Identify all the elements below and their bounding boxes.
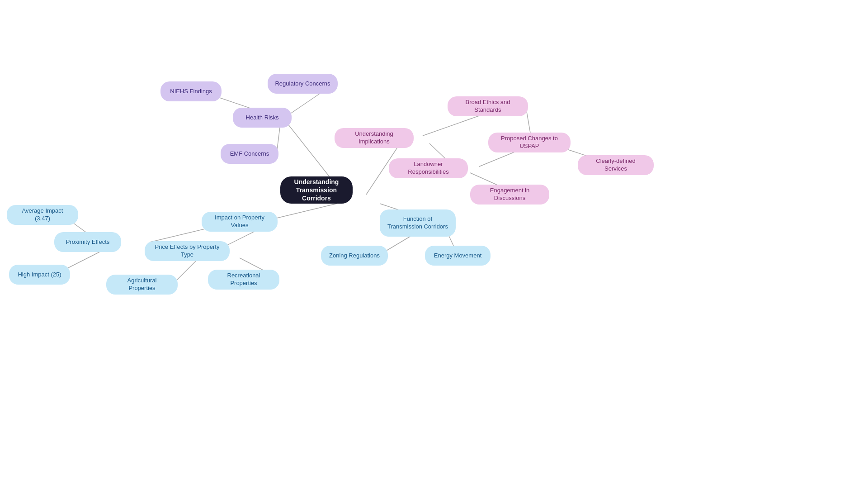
impact-property-values-node: Impact on Property Values — [202, 212, 278, 232]
average-impact-label: Average Impact (3.47) — [14, 207, 71, 223]
average-impact-node: Average Impact (3.47) — [7, 205, 78, 225]
understanding-implications-node: Understanding Implications — [335, 128, 414, 148]
broad-ethics-node: Broad Ethics and Standards — [448, 96, 528, 116]
function-transmission-node: Function of Transmission Corridors — [380, 209, 456, 237]
proposed-changes-node: Proposed Changes to USPAP — [488, 133, 571, 152]
center-node: Understanding Transmission Corridors — [280, 176, 353, 204]
understanding-implications-label: Understanding Implications — [342, 130, 406, 146]
regulatory-concerns-node: Regulatory Concerns — [268, 74, 338, 94]
zoning-regulations-node: Zoning Regulations — [321, 246, 388, 266]
impact-property-values-label: Impact on Property Values — [209, 214, 270, 229]
regulatory-concerns-label: Regulatory Concerns — [275, 80, 330, 88]
health-risks-node: Health Risks — [233, 108, 292, 128]
price-effects-label: Price Effects by Property Type — [152, 243, 222, 259]
engagement-discussions-label: Engagement in Discussions — [477, 187, 542, 202]
agricultural-properties-node: Agricultural Properties — [106, 275, 178, 295]
clearly-defined-node: Clearly-defined Services — [578, 155, 654, 175]
svg-line-4 — [275, 204, 337, 219]
health-risks-label: Health Risks — [246, 114, 279, 122]
high-impact-node: High Impact (25) — [9, 265, 70, 285]
recreational-properties-label: Recreational Properties — [215, 272, 272, 287]
high-impact-label: High Impact (25) — [18, 271, 61, 279]
emf-concerns-node: EMF Concerns — [221, 144, 278, 164]
zoning-regulations-label: Zoning Regulations — [329, 252, 380, 260]
function-transmission-label: Function of Transmission Corridors — [387, 215, 448, 231]
energy-movement-label: Energy Movement — [434, 252, 482, 260]
engagement-discussions-node: Engagement in Discussions — [470, 185, 549, 205]
clearly-defined-label: Clearly-defined Services — [585, 157, 646, 173]
agricultural-properties-label: Agricultural Properties — [113, 277, 170, 292]
emf-concerns-label: EMF Concerns — [230, 150, 269, 158]
broad-ethics-label: Broad Ethics and Standards — [455, 99, 521, 114]
price-effects-node: Price Effects by Property Type — [145, 241, 230, 261]
energy-movement-node: Energy Movement — [425, 246, 491, 266]
center-label: Understanding Transmission Corridors — [288, 178, 345, 203]
niehs-findings-node: NIEHS Findings — [160, 81, 222, 101]
proximity-effects-node: Proximity Effects — [54, 232, 121, 252]
landowner-responsibilities-label: Landowner Responsibilities — [396, 161, 461, 176]
svg-line-3 — [277, 124, 280, 149]
proposed-changes-label: Proposed Changes to USPAP — [495, 135, 563, 150]
svg-line-9 — [175, 258, 199, 281]
recreational-properties-node: Recreational Properties — [208, 270, 279, 290]
proximity-effects-label: Proximity Effects — [66, 238, 110, 246]
landowner-responsibilities-node: Landowner Responsibilities — [389, 158, 468, 178]
niehs-findings-label: NIEHS Findings — [170, 88, 212, 95]
